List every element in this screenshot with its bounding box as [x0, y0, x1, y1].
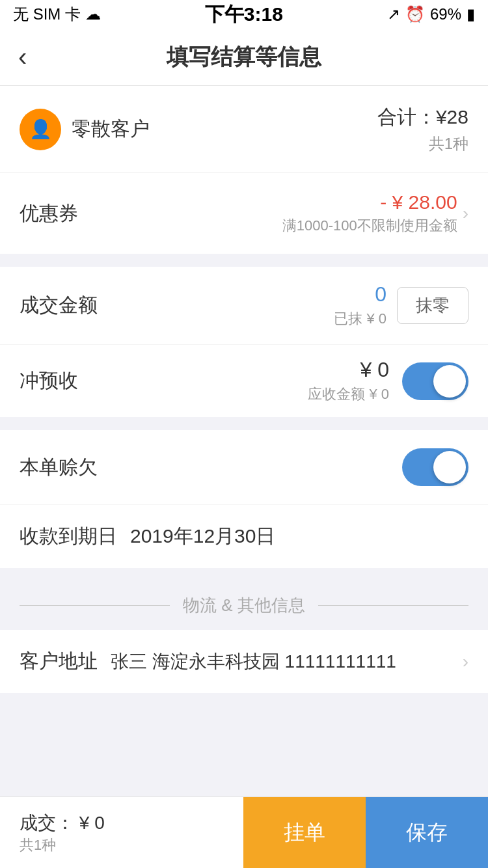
customer-section: 👤 零散客户 合计：¥28 共1种 优惠券 - ¥ 28.00 满1000-10… [0, 86, 488, 254]
deal-label: 成交金额 [20, 292, 98, 319]
address-chevron-icon: › [463, 651, 468, 672]
page-title: 填写结算等信息 [167, 42, 321, 72]
advance-values: ¥ 0 应收金额 ¥ 0 [308, 358, 389, 404]
status-right: ↗ ⏰ 69% ▮ [387, 5, 475, 23]
battery-level: 69% [430, 5, 461, 23]
bottom-deal-label: 成交： [20, 813, 74, 833]
battery-bar: ▮ [467, 5, 475, 23]
sim-status: 无 SIM 卡 ☁ [13, 4, 101, 25]
advance-right: ¥ 0 应收金额 ¥ 0 [308, 358, 468, 404]
coupon-label: 优惠券 [20, 200, 78, 227]
status-time: 下午3:18 [205, 1, 283, 28]
customer-left: 👤 零散客户 [20, 109, 150, 150]
chevron-right-icon: › [463, 203, 468, 224]
bottom-bar: 成交： ¥ 0 共1种 挂单 保存 [0, 796, 488, 868]
coupon-right: - ¥ 28.00 满1000-100不限制使用金额 › [282, 191, 468, 236]
battery-icon: ↗ [387, 5, 400, 23]
coupon-info: - ¥ 28.00 满1000-100不限制使用金额 [282, 191, 457, 236]
advance-sub: 应收金额 ¥ 0 [308, 385, 389, 404]
due-date-label: 收款到期日 [20, 523, 117, 550]
due-date-value[interactable]: 2019年12月30日 [130, 523, 275, 550]
status-left: 无 SIM 卡 ☁ [13, 4, 101, 25]
deal-row: 成交金额 0 已抹 ¥ 0 抹零 [0, 267, 488, 345]
bottom-count: 共1种 [20, 835, 224, 855]
avatar: 👤 [20, 109, 61, 150]
back-button[interactable]: ‹ [18, 42, 27, 72]
customer-row: 👤 零散客户 合计：¥28 共1种 [0, 86, 488, 172]
title-line-left [20, 605, 170, 606]
avatar-icon: 👤 [29, 118, 52, 140]
deal-right: 0 已抹 ¥ 0 抹零 [334, 282, 468, 329]
title-line-right [318, 605, 468, 606]
debt-toggle[interactable] [402, 448, 468, 486]
address-value: 张三 海淀永丰科技园 11111111111 [111, 649, 463, 674]
deal-sub: 已抹 ¥ 0 [334, 309, 386, 329]
bottom-deal-value: ¥ 0 [79, 813, 105, 833]
round-zero-button[interactable]: 抹零 [397, 287, 468, 324]
divider-1 [0, 254, 488, 267]
customer-name: 零散客户 [72, 116, 150, 142]
logistics-title: 物流 & 其他信息 [183, 594, 305, 617]
advance-amount: ¥ 0 [308, 358, 389, 382]
bottom-spacer [0, 693, 488, 771]
coupon-row[interactable]: 优惠券 - ¥ 28.00 满1000-100不限制使用金额 › [0, 172, 488, 254]
alarm-icon: ⏰ [405, 5, 425, 23]
bottom-deal-amount: 成交： ¥ 0 [20, 811, 224, 835]
advance-toggle[interactable] [402, 362, 468, 400]
hang-order-button[interactable]: 挂单 [243, 797, 366, 868]
due-date-row: 收款到期日 2019年12月30日 [0, 504, 488, 568]
total-count: 共1种 [377, 133, 468, 154]
status-bar: 无 SIM 卡 ☁ 下午3:18 ↗ ⏰ 69% ▮ [0, 0, 488, 29]
divider-3 [0, 568, 488, 581]
logistics-section-header: 物流 & 其他信息 [0, 581, 488, 630]
save-button[interactable]: 保存 [366, 797, 488, 868]
coupon-desc: 满1000-100不限制使用金额 [282, 216, 457, 236]
debt-label: 本单赊欠 [20, 454, 98, 481]
advance-label: 冲预收 [20, 368, 78, 394]
customer-right: 合计：¥28 共1种 [377, 104, 468, 154]
divider-2 [0, 417, 488, 430]
address-section: 客户地址 张三 海淀永丰科技园 11111111111 › [0, 630, 488, 693]
total-amount: 合计：¥28 [377, 104, 468, 131]
advance-row: 冲预收 ¥ 0 应收金额 ¥ 0 [0, 345, 488, 417]
deal-section: 成交金额 0 已抹 ¥ 0 抹零 冲预收 ¥ 0 应收金额 ¥ 0 [0, 267, 488, 417]
coupon-amount: - ¥ 28.00 [282, 191, 457, 213]
debt-row: 本单赊欠 [0, 430, 488, 504]
deal-value[interactable]: 0 [334, 282, 386, 306]
nav-bar: ‹ 填写结算等信息 [0, 29, 488, 86]
bottom-info: 成交： ¥ 0 共1种 [0, 797, 243, 868]
address-row[interactable]: 客户地址 张三 海淀永丰科技园 11111111111 › [0, 630, 488, 693]
address-label: 客户地址 [20, 648, 98, 675]
debt-section: 本单赊欠 收款到期日 2019年12月30日 [0, 430, 488, 568]
